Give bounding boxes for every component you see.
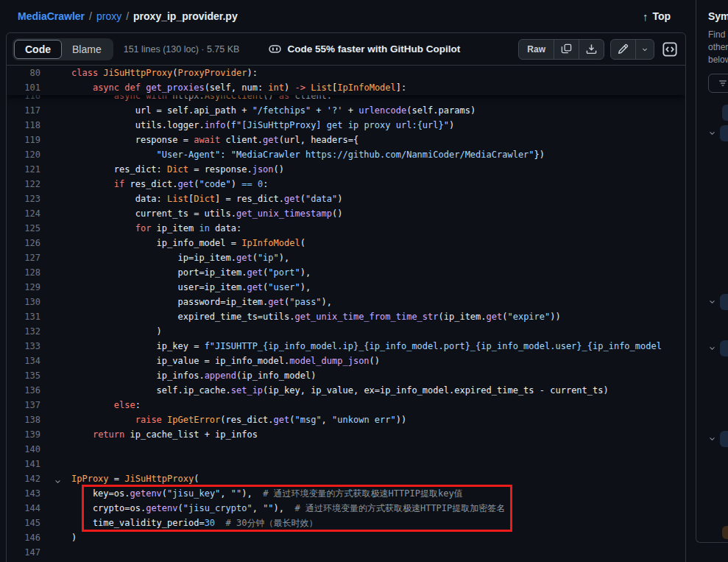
code-line: 117 url = self.api_path + "/fetchips" + … (7, 103, 685, 118)
line-number[interactable]: 133 (7, 339, 40, 354)
line-number[interactable]: 137 (7, 398, 40, 412)
symbol-item[interactable] (708, 105, 728, 121)
tab-code[interactable]: Code (14, 40, 62, 59)
line-number[interactable]: 134 (7, 354, 40, 368)
line-gutter (40, 66, 71, 80)
line-number[interactable]: 142 (7, 471, 40, 486)
filter-icon (718, 78, 728, 88)
line-gutter (40, 368, 71, 383)
line-number[interactable]: 131 (7, 309, 40, 324)
chevron-down-icon[interactable] (708, 342, 716, 355)
line-number[interactable]: 139 (7, 427, 40, 442)
symbol-item[interactable] (708, 125, 728, 141)
tab-blame[interactable]: Blame (62, 40, 112, 59)
code-line: 137 else: (7, 398, 685, 412)
symbol-item-pill[interactable] (722, 526, 728, 539)
code-line: 128 port=ip_item.get("port"), (7, 265, 685, 280)
line-number[interactable]: 118 (7, 118, 40, 133)
line-number[interactable]: 145 (7, 516, 40, 530)
back-to-top-link[interactable]: ↑ Top (643, 0, 671, 32)
edit-dropdown-button[interactable] (635, 40, 654, 59)
line-number[interactable]: 124 (7, 206, 40, 221)
line-gutter (40, 501, 71, 516)
code-line: 135 ip_infos.append(ip_info_model) (7, 368, 685, 383)
chevron-down-icon[interactable] (708, 432, 716, 446)
symbol-item-pill[interactable] (720, 294, 728, 310)
line-gutter (40, 427, 71, 442)
back-to-top-label: Top (652, 10, 671, 22)
line-number[interactable]: 141 (7, 457, 40, 471)
code-text: raise IpGetError(res_dict.get("msg", "un… (71, 412, 406, 427)
symbols-pane-toggle-button[interactable] (660, 40, 679, 59)
chevron-down-icon[interactable] (708, 295, 716, 309)
copilot-banner: Code 55% faster with GitHub Copilot (269, 43, 460, 55)
line-gutter (40, 295, 71, 309)
line-number[interactable]: 140 (7, 442, 40, 457)
line-number[interactable]: 122 (7, 177, 40, 192)
symbol-item[interactable] (708, 294, 728, 310)
edit-file-button[interactable] (611, 40, 635, 59)
line-number[interactable]: 135 (7, 368, 40, 383)
line-number[interactable]: 119 (7, 133, 40, 147)
symbol-item-pill[interactable] (722, 105, 728, 121)
symbol-item[interactable] (708, 431, 728, 447)
line-gutter (40, 339, 71, 354)
download-raw-button[interactable] (579, 40, 604, 59)
line-number[interactable]: 125 (7, 221, 40, 236)
line-number[interactable]: 130 (7, 295, 40, 309)
symbol-item[interactable] (708, 340, 728, 356)
chevron-down-icon (641, 46, 649, 53)
line-number[interactable]: 146 (7, 530, 40, 545)
symbol-item[interactable] (708, 524, 728, 541)
line-number[interactable]: 80 (7, 66, 40, 80)
line-gutter (40, 324, 71, 339)
line-gutter (40, 221, 71, 236)
line-number[interactable]: 143 (7, 486, 40, 501)
breadcrumb-dir-link[interactable]: proxy (96, 10, 121, 22)
symbol-item-pill[interactable] (720, 125, 728, 141)
code-text: current_ts = utils.get_unix_timestamp() (71, 206, 342, 221)
symbol-item-pill[interactable] (720, 431, 728, 447)
line-gutter (40, 471, 71, 486)
breadcrumb-repo-link[interactable]: MediaCrawler (18, 10, 85, 22)
raw-button[interactable]: Raw (519, 40, 554, 59)
copilot-icon (269, 43, 281, 55)
copy-raw-button[interactable] (554, 40, 579, 59)
line-number[interactable]: 147 (7, 545, 40, 560)
code-line: 127 ip=ip_item.get("ip"), (7, 250, 685, 265)
line-number[interactable]: 129 (7, 280, 40, 295)
arrow-up-icon: ↑ (643, 10, 649, 23)
code-line: 122 if res_dict.get("code") == 0: (7, 177, 685, 192)
breadcrumb-row: MediaCrawler / proxy / proxy_ip_provider… (0, 0, 728, 32)
code-text: port=ip_item.get("port"), (71, 265, 311, 280)
code-square-icon (662, 41, 678, 57)
chevron-down-icon[interactable] (708, 127, 716, 140)
line-number[interactable]: 144 (7, 501, 40, 516)
line-number[interactable]: 123 (7, 192, 40, 206)
code-line: 139 return ip_cache_list + ip_infos (7, 427, 685, 442)
line-gutter (40, 545, 71, 560)
line-number[interactable]: 120 (7, 147, 40, 162)
line-gutter (40, 206, 71, 221)
symbol-item-pill[interactable] (720, 340, 728, 356)
breadcrumb-separator: / (89, 10, 92, 22)
line-gutter (40, 236, 71, 250)
symbols-panel: Symbols Find definitions and references … (696, 0, 728, 543)
line-number[interactable]: 136 (7, 383, 40, 398)
line-gutter (40, 309, 71, 324)
breadcrumb-separator: / (126, 10, 129, 22)
code-text: crypto=os.getenv("jisu_crypto", ""), # 通… (71, 501, 505, 516)
line-gutter (40, 133, 71, 147)
line-number[interactable]: 117 (7, 103, 40, 118)
filter-symbols-button[interactable] (708, 74, 728, 93)
line-gutter (40, 250, 71, 265)
line-number[interactable]: 126 (7, 236, 40, 250)
line-number[interactable]: 132 (7, 324, 40, 339)
line-number[interactable]: 127 (7, 250, 40, 265)
line-number[interactable]: 138 (7, 412, 40, 427)
line-gutter (40, 162, 71, 177)
line-number[interactable]: 101 (7, 80, 40, 95)
line-number[interactable]: 121 (7, 162, 40, 177)
line-number[interactable]: 128 (7, 265, 40, 280)
code-line: 146) (7, 530, 685, 545)
